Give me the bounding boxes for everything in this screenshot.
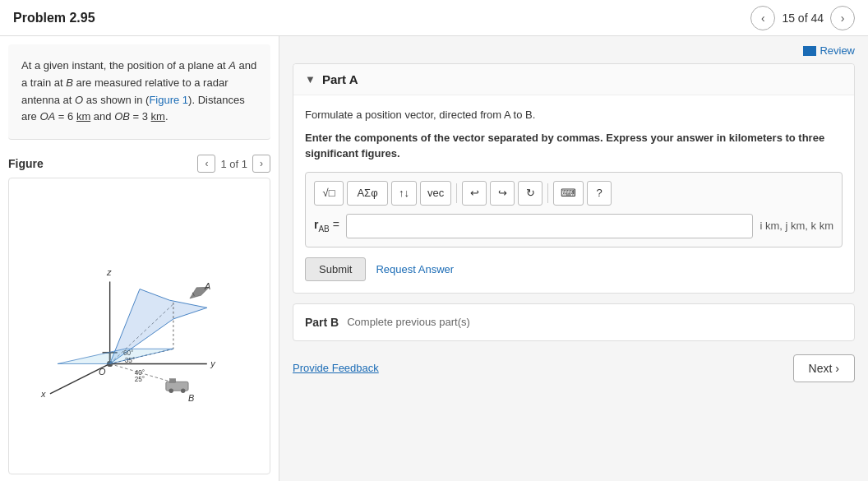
- part-b-label: Part B: [305, 316, 339, 329]
- figure-link[interactable]: Figure 1: [149, 94, 188, 106]
- figure-nav: ‹ 1 of 1 ›: [197, 155, 270, 173]
- provide-feedback-button[interactable]: Provide Feedback: [293, 362, 379, 374]
- svg-text:25°: 25°: [134, 376, 144, 383]
- figure-label: Figure: [8, 157, 44, 170]
- svg-text:A: A: [204, 280, 210, 290]
- answer-input[interactable]: [346, 214, 754, 238]
- figure-page-label: 1 of 1: [220, 158, 247, 170]
- next-button[interactable]: Next ›: [793, 354, 855, 382]
- part-a-section: ▼ Part A Formulate a position vector, di…: [293, 63, 855, 294]
- problem-statement: At a given instant, the position of a pl…: [8, 44, 270, 140]
- figure-header: Figure ‹ 1 of 1 ›: [8, 155, 270, 173]
- part-a-header: ▼ Part A: [293, 64, 854, 95]
- main-content: At a given instant, the position of a pl…: [0, 36, 868, 481]
- instruction-text: Enter the components of the vector separ…: [305, 130, 843, 162]
- svg-point-25: [181, 388, 185, 392]
- svg-text:z: z: [106, 267, 112, 277]
- toolbar-divider-2: [547, 183, 548, 203]
- right-panel: Review ▼ Part A Formulate a position vec…: [279, 36, 868, 481]
- undo-button[interactable]: ↩: [462, 181, 487, 206]
- updown-button[interactable]: ↑↓: [391, 181, 417, 206]
- unit-label: i km, j km, k km: [760, 220, 833, 232]
- sqrt-button[interactable]: √□: [314, 181, 344, 206]
- figure-prev-button[interactable]: ‹: [197, 155, 215, 173]
- header: Problem 2.95 ‹ 15 of 44 ›: [0, 0, 868, 36]
- math-toolbar: √□ ΑΣφ ↑↓ vec ↩ ↪ ↻ ⌨ ?: [314, 181, 833, 206]
- svg-rect-23: [169, 378, 175, 382]
- redo-button[interactable]: ↪: [490, 181, 515, 206]
- vector-label: rAB =: [314, 218, 339, 234]
- part-b-section: Part B Complete previous part(s): [293, 303, 855, 341]
- help-button[interactable]: ?: [587, 181, 612, 206]
- next-problem-button[interactable]: ›: [830, 6, 855, 30]
- next-arrow-icon: ›: [835, 362, 839, 375]
- footer-row: Provide Feedback Next ›: [293, 351, 855, 386]
- nav-controls: ‹ 15 of 44 ›: [750, 6, 855, 30]
- svg-text:y: y: [210, 358, 215, 368]
- nav-counter: 15 of 44: [782, 12, 824, 25]
- input-row: rAB = i km, j km, k km: [314, 214, 833, 238]
- svg-marker-27: [58, 349, 173, 363]
- answer-box: √□ ΑΣφ ↑↓ vec ↩ ↪ ↻ ⌨ ?: [305, 172, 843, 247]
- submit-row: Submit Request Answer: [305, 257, 843, 281]
- part-a-collapse-icon[interactable]: ▼: [305, 73, 316, 86]
- svg-point-24: [169, 388, 173, 392]
- keyboard-button[interactable]: ⌨: [553, 181, 584, 206]
- part-a-title: Part A: [322, 72, 358, 86]
- svg-text:O: O: [99, 367, 106, 377]
- prev-problem-button[interactable]: ‹: [750, 6, 775, 30]
- review-link[interactable]: Review: [803, 44, 855, 57]
- next-label: Next: [809, 362, 833, 375]
- submit-button[interactable]: Submit: [305, 257, 366, 281]
- figure-section: Figure ‹ 1 of 1 › x y: [0, 148, 279, 481]
- figure-image: x y z O: [8, 178, 270, 474]
- part-a-body: Formulate a position vector, directed fr…: [293, 95, 854, 293]
- svg-text:x: x: [40, 389, 46, 399]
- vec-button[interactable]: vec: [420, 181, 451, 206]
- review-bar: Review: [293, 44, 855, 57]
- book-icon: [803, 46, 816, 56]
- refresh-button[interactable]: ↻: [518, 181, 542, 206]
- review-label: Review: [820, 44, 855, 57]
- svg-rect-22: [165, 382, 187, 391]
- part-b-status: Complete previous part(s): [347, 316, 470, 328]
- left-panel: At a given instant, the position of a pl…: [0, 36, 279, 481]
- figure-next-button[interactable]: ›: [252, 155, 270, 173]
- request-answer-button[interactable]: Request Answer: [376, 263, 454, 275]
- alpha-sigma-phi-button[interactable]: ΑΣφ: [347, 181, 388, 206]
- formulate-text: Formulate a position vector, directed fr…: [305, 107, 843, 123]
- figure-svg: x y z O: [16, 244, 263, 409]
- problem-title: Problem 2.95: [13, 11, 95, 25]
- toolbar-divider-1: [456, 183, 457, 203]
- svg-text:B: B: [188, 393, 194, 403]
